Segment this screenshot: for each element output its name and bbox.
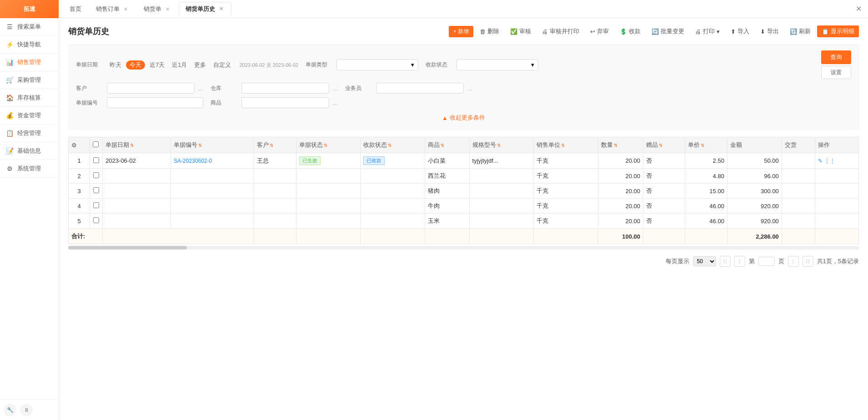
doc-type-select[interactable]: ▾ [336, 59, 418, 70]
sidebar-item-finance-mgmt[interactable]: 💰 资金管理 [0, 107, 59, 125]
sidebar-item-quick-nav[interactable]: ⚡ 快捷导航 [0, 36, 59, 54]
next-page-button[interactable]: ⟩ [788, 256, 799, 267]
query-button[interactable]: 查询 [821, 50, 851, 64]
col-gear[interactable]: ⚙ [69, 137, 90, 153]
cell-customer [254, 199, 296, 214]
cell-customer [254, 214, 296, 229]
row-checkbox-cell[interactable] [90, 169, 103, 184]
date-1month-btn[interactable]: 近1月 [169, 60, 190, 70]
sidebar-item-sys-mgmt[interactable]: ⚙ 系统管理 [0, 160, 59, 178]
row-checkbox[interactable] [93, 172, 99, 178]
sidebar-item-inventory[interactable]: 🏠 库存核算 [0, 89, 59, 107]
doc-status-sort-icon[interactable]: ⇅ [324, 143, 327, 148]
date-sort-icon[interactable]: ⇅ [130, 143, 134, 148]
warehouse-filter-group: 仓库 ... [211, 83, 338, 94]
goods-label: 商品 [211, 99, 238, 107]
sidebar-bottom-btn2[interactable]: ⏸ [20, 404, 33, 416]
cell-unit-price: 15.00 [685, 184, 727, 199]
unit-price-sort-icon[interactable]: ⇅ [701, 143, 704, 148]
goods-sort-icon[interactable]: ⇅ [441, 143, 444, 148]
close-all-button[interactable]: ✕ [853, 5, 864, 13]
audit-button[interactable]: ✅ 审核 [506, 25, 536, 37]
salesman-dots[interactable]: ... [467, 85, 472, 92]
spec-sort-icon[interactable]: ⇅ [497, 143, 501, 148]
date-more-btn[interactable]: 更多 [191, 60, 209, 70]
row-checkbox-cell[interactable] [90, 184, 103, 199]
row-checkbox[interactable] [93, 217, 99, 223]
doc-no-link[interactable]: SA-20230602-0 [174, 158, 212, 164]
refresh-button[interactable]: 🔃 刷新 [785, 25, 815, 37]
doc-no-sort-icon[interactable]: ⇅ [198, 143, 202, 148]
last-page-button[interactable]: ⟩⟩ [803, 256, 813, 267]
tab-home[interactable]: 首页 [63, 2, 88, 16]
warehouse-label: 仓库 [211, 85, 238, 92]
row-checkbox-cell[interactable] [90, 199, 103, 214]
customer-sort-icon[interactable]: ⇅ [270, 143, 273, 148]
warehouse-dots[interactable]: ... [333, 85, 338, 92]
first-page-button[interactable]: ⟨⟨ [720, 256, 731, 267]
batch-change-button[interactable]: 🔄 批量变更 [647, 25, 689, 37]
sidebar-item-ops-mgmt[interactable]: 📋 经营管理 [0, 125, 59, 142]
goods-dots[interactable]: ... [333, 100, 338, 106]
row-checkbox-cell[interactable] [90, 153, 103, 169]
gift-sort-icon[interactable]: ⇅ [659, 143, 662, 148]
row-checkbox[interactable] [93, 187, 99, 193]
sidebar-item-label: 系统管理 [17, 165, 41, 173]
row-checkbox-cell[interactable] [90, 214, 103, 229]
sidebar-item-purchase-mgmt[interactable]: 🛒 采购管理 [0, 71, 59, 89]
import-button[interactable]: ⬆ 导入 [726, 25, 754, 37]
row-checkbox[interactable] [93, 202, 99, 208]
cell-payment-status [361, 184, 425, 199]
data-table: ⚙ 单据日期⇅ 单据编号⇅ 客户⇅ 单据状态⇅ 收款状态⇅ 商品⇅ 规格型号⇅ … [68, 137, 859, 244]
prev-page-button[interactable]: ⟨ [734, 256, 745, 267]
col-unit: 销售单位⇅ [534, 137, 598, 153]
edit-action[interactable]: ✎ [818, 158, 823, 164]
export-button[interactable]: ⬇ 导出 [756, 25, 783, 37]
purchase-mgmt-icon: 🛒 [5, 76, 14, 84]
col-payment-status-label: 收款状态 [363, 141, 387, 148]
sidebar-item-sales-mgmt[interactable]: 📊 销售管理 [0, 54, 59, 71]
scrollbar-thumb[interactable] [68, 246, 187, 250]
unit-sort-icon[interactable]: ⇅ [561, 143, 565, 148]
sidebar-item-search-menu[interactable]: ☰ 搜索菜单 [0, 18, 59, 36]
sidebar-item-basic-info[interactable]: 📝 基础信息 [0, 142, 59, 160]
collapse-button[interactable]: ▲ 收起更多条件 [76, 112, 851, 124]
new-button[interactable]: + 新增 [449, 26, 473, 37]
show-detail-button[interactable]: 📋 显示明细 [817, 25, 859, 37]
tab-sales-order[interactable]: 销售订单 ✕ [89, 2, 136, 16]
doc-no-input[interactable] [107, 97, 203, 108]
more-action[interactable]: ⋮⋮ [824, 158, 835, 164]
sidebar-bottom-btn1[interactable]: 🔧 [4, 404, 16, 416]
date-custom-btn[interactable]: 自定义 [211, 60, 234, 70]
tab-sales-history-close[interactable]: ✕ [218, 5, 225, 12]
select-all-checkbox[interactable] [93, 141, 99, 147]
page-input[interactable]: 1 [758, 257, 775, 266]
qty-sort-icon[interactable]: ⇅ [614, 143, 617, 148]
tab-sales-delivery-close[interactable]: ✕ [164, 6, 171, 13]
tab-sales-order-close[interactable]: ✕ [122, 6, 129, 13]
customer-dots[interactable]: ... [198, 85, 203, 92]
gear-icon[interactable]: ⚙ [71, 142, 77, 149]
date-yesterday-btn[interactable]: 昨天 [107, 60, 124, 70]
customer-input[interactable] [107, 83, 195, 94]
payment-status-sort-icon[interactable]: ⇅ [388, 143, 391, 148]
tab-sales-delivery[interactable]: 销货单 ✕ [137, 2, 178, 16]
row-checkbox[interactable] [93, 157, 99, 163]
tab-sales-history[interactable]: 销货单历史 ✕ [179, 2, 231, 16]
horizontal-scrollbar[interactable] [68, 246, 859, 250]
date-today-btn[interactable]: 今天 [126, 60, 145, 70]
page-size-select[interactable]: 50 100 200 [693, 256, 716, 266]
sidebar-item-label: 资金管理 [17, 111, 41, 120]
warehouse-input[interactable] [241, 83, 329, 94]
discard-button[interactable]: ↩ 弃审 [586, 25, 613, 37]
print-button[interactable]: 🖨 打印 ▾ [691, 25, 724, 37]
settings-button[interactable]: 设置 [821, 66, 851, 79]
collect-button[interactable]: 💲 收款 [615, 25, 645, 37]
salesman-input[interactable] [376, 83, 464, 94]
date-7days-btn[interactable]: 近7天 [147, 60, 167, 70]
payment-status-select[interactable]: ▾ [457, 59, 538, 70]
cell-doc-no[interactable]: SA-20230602-0 [171, 153, 254, 169]
delete-button[interactable]: 🗑 删除 [475, 25, 504, 37]
goods-input[interactable] [241, 97, 329, 108]
audit-print-button[interactable]: 🖨 审核并打印 [537, 25, 584, 37]
